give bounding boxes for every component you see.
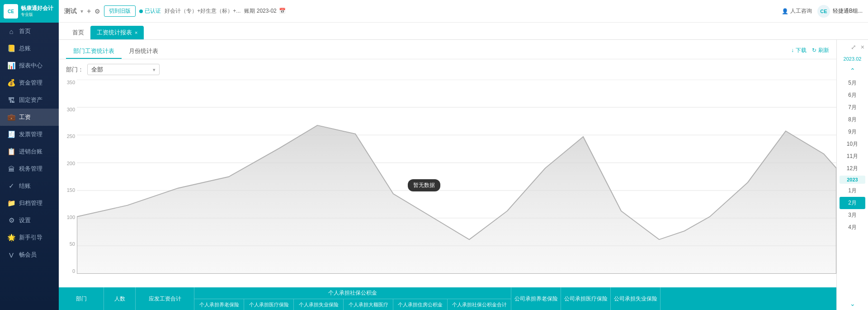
subtab-dept-label: 部门工资统计表 xyxy=(73,48,114,54)
chart-svg xyxy=(77,80,836,274)
y-label-100: 100 xyxy=(59,215,77,220)
tab-home[interactable]: 首页 xyxy=(66,26,90,39)
product-tags: 好会计（专）+好生意（标）+... xyxy=(165,7,241,15)
app-name: 畅康通好会计 xyxy=(21,5,53,11)
th-personal-group-label: 个人承担社保公积金 xyxy=(194,287,511,299)
app-badge: 专业版 xyxy=(21,12,53,18)
service-button[interactable]: 👤 人工咨询 xyxy=(782,7,812,15)
th-company-pension: 公司承担养老保险 xyxy=(511,287,561,310)
th-personal-pension: 个人承担养老保险 xyxy=(194,299,244,310)
year-nav-down: ⌄ xyxy=(837,297,868,310)
sidebar-icon-ledger: 📒 xyxy=(7,44,15,52)
month-item[interactable]: 9月 xyxy=(837,126,868,138)
logo-abbr: CE xyxy=(8,9,14,14)
tooltip-text: 暂无数据 xyxy=(413,182,435,188)
sidebar-item-funds[interactable]: 💰 资金管理 xyxy=(0,74,59,91)
tab-close-icon[interactable]: × xyxy=(135,30,137,35)
sidebar-item-sales[interactable]: 📋 进销台账 xyxy=(0,143,59,160)
switch-version-button[interactable]: 切到旧版 xyxy=(104,5,136,17)
sidebar-item-home[interactable]: ⌂ 首页 xyxy=(0,23,59,40)
user-menu[interactable]: CE 轻捷通B组... xyxy=(817,5,863,18)
th-personal-medical: 个人承担医疗保险 xyxy=(244,299,294,310)
year-nav-up: ⌃ xyxy=(837,64,868,77)
year-down-button[interactable]: ⌄ xyxy=(848,299,857,308)
topbar: 测试 ▾ + ⚙ 切到旧版 已认证 好会计（专）+好生意（标）+... 账期 2… xyxy=(59,0,868,23)
close-panel-button[interactable]: × xyxy=(861,43,864,51)
month-list: 5月6月7月8月9月10月11月12月 2023 1月2月3月4月 xyxy=(837,77,868,297)
month-item[interactable]: 10月 xyxy=(837,138,868,150)
month-item[interactable]: 8月 xyxy=(837,114,868,126)
sidebar-label-checkout: 结账 xyxy=(19,182,31,190)
sidebar-icon-tax: 🏛 xyxy=(7,165,15,173)
chart-area: 0 50 100 150 200 250 300 350 xyxy=(59,80,836,287)
company-dropdown-arrow[interactable]: ▾ xyxy=(80,8,83,14)
year-up-button[interactable]: ⌃ xyxy=(848,66,857,75)
refresh-button[interactable]: ↻ 刷新 xyxy=(812,47,829,54)
sidebar-item-reports[interactable]: 📊 报表中心 xyxy=(0,57,59,74)
sidebar-item-tax[interactable]: 🏛 税务管理 xyxy=(0,160,59,177)
sidebar-item-assets[interactable]: 🏗 固定资产 xyxy=(0,91,59,109)
filter-dept-select-wrapper[interactable]: 全部 财务部 销售部 技术部 行政部 ▾ xyxy=(87,64,160,75)
th-total-salary: 应发工资合计 xyxy=(136,287,194,310)
service-icon: 👤 xyxy=(782,8,788,14)
sidebar-item-vip[interactable]: V 畅会员 xyxy=(0,246,59,263)
sidebar-item-salary[interactable]: 💼 工资 xyxy=(0,109,59,126)
y-label-250: 250 xyxy=(59,134,77,139)
month-item[interactable]: 4月 xyxy=(837,221,868,234)
y-label-150: 150 xyxy=(59,187,77,193)
y-axis: 0 50 100 150 200 250 300 350 xyxy=(59,80,77,274)
calendar-icon[interactable]: 📅 xyxy=(279,8,286,14)
sidebar-label-sales: 进销台账 xyxy=(19,148,42,156)
current-year-badge: 2023 xyxy=(840,176,865,184)
filter-row: 部门： 全部 财务部 销售部 技术部 行政部 ▾ xyxy=(59,59,836,80)
tab-salary-report[interactable]: 工资统计报表 × xyxy=(90,26,144,39)
sidebar: CE 畅康通好会计 专业版 ⌂ 首页 📒 总账 📊 报表中心 💰 资金管理 🏗 … xyxy=(0,0,59,310)
month-item[interactable]: 7月 xyxy=(837,101,868,114)
sidebar-icon-checkout: ✓ xyxy=(7,182,15,190)
period-display[interactable]: 2023.02 xyxy=(837,53,868,64)
download-icon: ↓ xyxy=(791,47,794,53)
status-badge: 已认证 xyxy=(139,7,161,15)
add-button[interactable]: + xyxy=(87,7,91,15)
y-label-0: 0 xyxy=(59,268,77,274)
filter-dept-select[interactable]: 全部 财务部 销售部 技术部 行政部 xyxy=(91,66,156,73)
sidebar-label-funds: 资金管理 xyxy=(19,79,42,87)
th-company-unemployment: 公司承担失业保险 xyxy=(611,287,660,310)
month-item[interactable]: 12月 xyxy=(837,162,868,175)
subtab-monthly[interactable]: 月份统计表 xyxy=(122,44,165,59)
gear-button[interactable]: ⚙ xyxy=(94,8,100,15)
th-personal-unemployment: 个人承担失业保险 xyxy=(294,299,344,310)
sidebar-item-archive[interactable]: 📁 归档管理 xyxy=(0,195,59,212)
download-button[interactable]: ↓ 下载 xyxy=(791,47,807,54)
month-item[interactable]: 11月 xyxy=(837,150,868,162)
month-item[interactable]: 6月 xyxy=(837,89,868,101)
month-item[interactable]: 1月 xyxy=(837,185,868,197)
prev-year-months: 5月6月7月8月9月10月11月12月 xyxy=(837,77,868,175)
sidebar-item-invoice[interactable]: 🧾 发票管理 xyxy=(0,126,59,143)
sidebar-item-guide[interactable]: 🌟 新手引导 xyxy=(0,229,59,246)
sidebar-label-salary: 工资 xyxy=(19,113,31,121)
sidebar-item-settings[interactable]: ⚙ 设置 xyxy=(0,212,59,229)
expand-icon[interactable]: ⤢ xyxy=(851,43,856,51)
month-item[interactable]: 3月 xyxy=(837,209,868,221)
sidebar-label-ledger: 总账 xyxy=(19,44,31,52)
sidebar-logo: CE 畅康通好会计 专业版 xyxy=(0,0,59,23)
subtab-dept[interactable]: 部门工资统计表 xyxy=(66,44,122,59)
username: 轻捷通B组... xyxy=(833,7,863,15)
month-item[interactable]: 5月 xyxy=(837,77,868,89)
status-dot xyxy=(139,10,143,13)
logo-icon: CE xyxy=(4,4,18,19)
content-area: 部门工资统计表 月份统计表 ↓ 下载 ↻ 刷新 xyxy=(59,40,836,310)
sidebar-label-guide: 新手引导 xyxy=(19,234,42,242)
table-header: 部门 人数 应发工资合计 个人承担社保公积金 个人承担养老保险 xyxy=(59,287,836,310)
sidebar-item-checkout[interactable]: ✓ 结账 xyxy=(0,177,59,195)
filter-dept-label: 部门： xyxy=(66,66,84,74)
th-personal-total: 个人承担社保公积金合计 xyxy=(448,299,511,310)
y-label-300: 300 xyxy=(59,107,77,112)
sidebar-icon-funds: 💰 xyxy=(7,79,15,87)
company-name: 测试 xyxy=(64,7,77,15)
sidebar-icon-salary: 💼 xyxy=(7,113,15,121)
sidebar-item-ledger[interactable]: 📒 总账 xyxy=(0,40,59,57)
month-item[interactable]: 2月 xyxy=(840,197,865,209)
sidebar-icon-vip: V xyxy=(7,251,15,259)
